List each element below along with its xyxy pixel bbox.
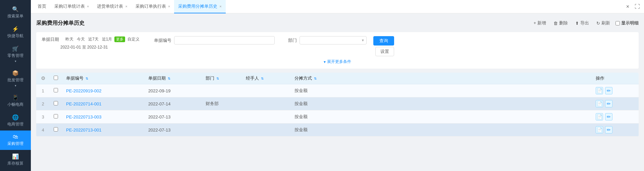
sort-split-icon[interactable]: ⇅ (314, 77, 317, 80)
doc-no-label: 单据编号 (154, 37, 171, 44)
row-edit-button[interactable]: ✏ (605, 113, 612, 120)
sort-doc-date-icon[interactable]: ⇅ (168, 77, 170, 80)
shortcut-7days[interactable]: 近7天 (87, 36, 100, 42)
shortcut-yesterday[interactable]: 昨天 (64, 36, 74, 42)
row-edit-button[interactable]: ✏ (605, 126, 612, 134)
show-cols-checkbox-label[interactable]: 显示明细 (615, 20, 639, 26)
sidebar-item-finance[interactable]: 💰 资金管理 (0, 170, 31, 171)
dept-select-wrapper: ▾ (300, 36, 367, 45)
table-header-row: ⚙ 单据编号 ⇅ 单据日期 ⇅ (36, 73, 639, 84)
doc-no-link[interactable]: PE-20220714-001 (66, 101, 102, 106)
sidebar-item-ecom[interactable]: 🌐 电商管理 (0, 111, 31, 131)
sidebar-item-inventory[interactable]: 📊 库存核算 (0, 150, 31, 170)
row-split-method: 按金额 (290, 97, 592, 110)
tab-cost-history[interactable]: 采购费用分摊单历史 × (174, 0, 225, 13)
row-split-method: 按金额 (290, 123, 592, 137)
tab-po-exec-close[interactable]: × (168, 4, 170, 8)
page-header: 采购费用分摊单历史 + 新增 🗑 删除 ⬆ 导出 ↻ 刷新 显示明细 (36, 19, 639, 27)
export-icon: ⬆ (575, 21, 579, 26)
sort-doc-no-icon[interactable]: ⇅ (86, 77, 88, 80)
sidebar: 🔍 搜索菜单 ⚡ 快捷导航 🛒 零售管理 ▾ 📦 批发管理 ▾ 📱 小畅电商 🌐… (0, 0, 31, 171)
row-dept (202, 84, 242, 97)
filter-group-docno: 单据编号 (154, 36, 275, 45)
sidebar-item-retail[interactable]: 🛒 零售管理 ▾ (0, 42, 31, 67)
col-settings[interactable]: ⚙ (36, 73, 50, 84)
doc-no-link[interactable]: PE-20220713-001 (66, 127, 102, 133)
row-num: 2 (36, 97, 50, 110)
row-checkbox[interactable] (54, 127, 58, 132)
table-row: 1 PE-20220919-002 2022-09-19 按金额 📄 ✏ (36, 84, 639, 97)
row-actions: 📄 ✏ (592, 110, 639, 123)
expand-tab-button[interactable]: ⛶ (633, 3, 641, 10)
shortcut-1month[interactable]: 近1月 (101, 36, 113, 42)
toolbar: + 新增 🗑 删除 ⬆ 导出 ↻ 刷新 显示明细 (532, 19, 639, 27)
row-view-button[interactable]: 📄 (596, 100, 603, 107)
tab-home[interactable]: 首页 (34, 0, 50, 13)
column-settings-icon[interactable]: ⚙ (41, 75, 45, 81)
row-dept (202, 110, 242, 123)
row-num: 4 (36, 123, 50, 137)
row-num: 3 (36, 110, 50, 123)
query-button[interactable]: 查询 (373, 36, 394, 46)
main-area: 首页 采购订单统计表 × 进货单统计表 × 采购订单执行表 × 采购费用分摊单历… (31, 0, 644, 171)
filter-area: 单据日期 昨天 今天 近7天 近1月 更多 自定义 2022-01-01 至 2… (36, 32, 639, 69)
shortcut-custom[interactable]: 自定义 (126, 36, 141, 42)
row-view-button[interactable]: 📄 (596, 126, 603, 134)
row-checkbox[interactable] (54, 114, 58, 118)
export-button[interactable]: ⬆ 导出 (573, 19, 591, 27)
sidebar-item-search[interactable]: 🔍 搜索菜单 (0, 3, 31, 22)
shortcut-today[interactable]: 今天 (76, 36, 86, 42)
doc-no-link[interactable]: PE-20220713-003 (66, 114, 102, 119)
row-checkbox[interactable] (54, 101, 58, 105)
col-handler: 经手人 ⇅ (242, 73, 290, 84)
shortcut-more[interactable]: 更多 (114, 36, 125, 42)
row-edit-button[interactable]: ✏ (605, 100, 612, 107)
refresh-button[interactable]: ↻ 刷新 (594, 19, 612, 27)
tab-po-stats-close[interactable]: × (87, 4, 89, 8)
row-view-button[interactable]: 📄 (596, 87, 603, 94)
row-actions: 📄 ✏ (592, 97, 639, 110)
data-table: ⚙ 单据编号 ⇅ 单据日期 ⇅ (36, 73, 639, 137)
row-checkbox[interactable] (54, 88, 58, 92)
show-cols-checkbox[interactable] (615, 21, 620, 25)
row-split-method: 按金额 (290, 84, 592, 97)
row-doc-no: PE-20220713-003 (62, 110, 144, 123)
col-doc-no: 单据编号 ⇅ (62, 73, 144, 84)
sidebar-item-quick-nav[interactable]: ⚡ 快捷导航 (0, 22, 31, 42)
delete-icon: 🗑 (553, 21, 558, 26)
tab-cost-history-close[interactable]: × (219, 4, 221, 8)
sort-handler-icon[interactable]: ⇅ (261, 77, 264, 80)
row-doc-date: 2022-07-14 (144, 97, 202, 110)
row-doc-date: 2022-09-19 (144, 84, 202, 97)
doc-no-link[interactable]: PE-20220919-002 (66, 88, 102, 93)
filter-settings-button[interactable]: 设置 (375, 47, 394, 56)
col-split-method: 分摊方式 ⇅ (290, 73, 592, 84)
sidebar-item-mobile[interactable]: 📱 小畅电商 (0, 91, 31, 111)
dept-input[interactable] (300, 36, 367, 45)
sort-dept-icon[interactable]: ⇅ (216, 77, 219, 80)
doc-no-input[interactable] (174, 36, 275, 45)
select-all-checkbox[interactable] (54, 76, 58, 80)
filter-actions: 查询 设置 (373, 36, 394, 56)
sidebar-item-purchase[interactable]: 🛍 采购管理 (0, 131, 31, 150)
row-actions: 📄 ✏ (592, 123, 639, 137)
row-doc-date: 2022-07-13 (144, 123, 202, 137)
row-dept (202, 123, 242, 137)
tab-receive-stats[interactable]: 进货单统计表 × (93, 0, 131, 13)
row-edit-button[interactable]: ✏ (605, 87, 612, 94)
tab-receive-stats-close[interactable]: × (125, 4, 127, 8)
filter-row-date: 单据日期 昨天 今天 近7天 近1月 更多 自定义 (42, 36, 141, 42)
tab-po-stats[interactable]: 采购订单统计表 × (50, 0, 93, 13)
expand-more-button[interactable]: ▾ 展开更多条件 (42, 59, 633, 65)
tab-po-exec[interactable]: 采购订单执行表 × (131, 0, 174, 13)
row-view-button[interactable]: 📄 (596, 113, 603, 120)
col-checkbox (50, 73, 62, 84)
add-button[interactable]: + 新增 (532, 19, 548, 27)
table-row: 3 PE-20220713-003 2022-07-13 按金额 📄 ✏ (36, 110, 639, 123)
close-all-tabs-button[interactable]: × (625, 3, 631, 10)
refresh-icon: ↻ (596, 21, 600, 26)
row-doc-date: 2022-07-13 (144, 110, 202, 123)
delete-button[interactable]: 🗑 删除 (551, 19, 570, 27)
sidebar-item-wholesale[interactable]: 📦 批发管理 ▾ (0, 67, 31, 91)
date-filter-label: 单据日期 (42, 36, 59, 42)
